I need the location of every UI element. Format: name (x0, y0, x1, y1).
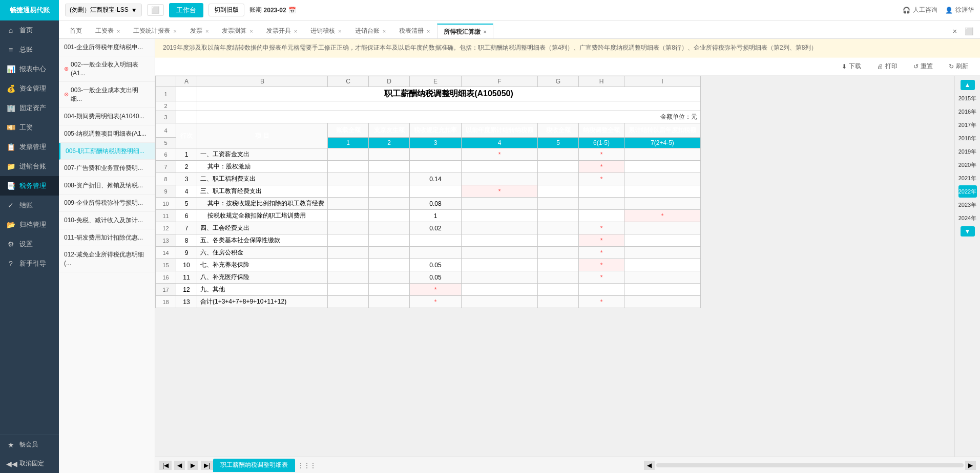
user-menu[interactable]: 👤 徐涯华 (945, 6, 974, 14)
company-selector[interactable]: (勿删）江西股宝-LSS ▼ (65, 4, 142, 16)
archive-icon: 📂 (6, 221, 15, 229)
tab-invoice-issue[interactable]: 发票开具 × (260, 23, 304, 38)
tab-close-invoice-issue[interactable]: × (294, 28, 297, 34)
list-item-005[interactable]: 005-纳税调整项目明细表(A1... (59, 125, 155, 143)
spreadsheet: A B C D E F G H I (155, 76, 701, 308)
support-link[interactable]: 🎧 人工咨询 (903, 6, 937, 14)
tab-close-sales-ledger[interactable]: × (383, 28, 386, 34)
year-2017[interactable]: 2017年 (958, 119, 977, 131)
list-item-012[interactable]: 012-减免企业所得税优惠明细(... (59, 246, 155, 272)
workbench-button[interactable]: 工作台 (169, 3, 203, 17)
tab-prev-button[interactable]: × (950, 26, 960, 36)
year-nav-up[interactable]: ▲ (961, 80, 975, 90)
sidebar-item-archive[interactable]: 📂 归档管理 (0, 215, 59, 234)
list-item-011[interactable]: 011-研发费用加计扣除优惠... (59, 229, 155, 247)
reset-icon: ↺ (913, 63, 919, 70)
calendar-icon[interactable]: 📅 (288, 7, 296, 14)
list-item-007[interactable]: 007-广告费和业务宣传费明... (59, 160, 155, 177)
sidebar-item-home[interactable]: ⌂ 首页 (0, 20, 59, 40)
tab-tax-book[interactable]: 税表清册 × (392, 23, 436, 38)
sheet-more-icon[interactable]: ⋮⋮⋮ (298, 462, 316, 469)
list-item-006[interactable]: 006-职工薪酬纳税调整明细... (59, 143, 155, 160)
guide-icon: ? (6, 260, 15, 268)
tab-fullscreen-button[interactable]: ⬜ (962, 26, 976, 36)
topbar-left: (勿删）江西股宝-LSS ▼ ⬜ 工作台 切到旧版 账期 2023-02 📅 (65, 3, 296, 17)
list-item-008[interactable]: 008-资产折旧、摊销及纳税... (59, 177, 155, 195)
tab-close-salary-report[interactable]: × (173, 28, 176, 34)
year-2019[interactable]: 2019年 (958, 145, 977, 158)
sheet-nav-last[interactable]: ▶| (201, 461, 213, 470)
tab-salary[interactable]: 工资表 × (89, 23, 127, 38)
row-num: 4 (156, 123, 176, 138)
list-item-010[interactable]: 010-免税、减计收入及加计... (59, 212, 155, 229)
tab-sales-ledger[interactable]: 进销台账 × (348, 23, 392, 38)
tab-invoice[interactable]: 发票 × (183, 23, 215, 38)
list-item-001[interactable]: 001-企业所得税年度纳税申... (59, 39, 155, 56)
year-nav-down[interactable]: ▼ (961, 226, 975, 236)
table-row: 16 11 八、补充医疗保险 0.05 * (156, 271, 701, 284)
error-icon: ⊗ (64, 65, 69, 73)
sidebar-item-invoice[interactable]: 📋 发票管理 (0, 137, 59, 157)
download-button[interactable]: ⬇ 下载 (838, 60, 865, 72)
year-2015[interactable]: 2015年 (958, 92, 977, 104)
table-scroll[interactable]: A B C D E F G H I (155, 76, 954, 457)
print-button[interactable]: 🖨 打印 (873, 60, 902, 72)
sidebar-item-label: 报表中心 (19, 64, 46, 74)
tab-close-tax-book[interactable]: × (427, 28, 430, 34)
tab-close-invoice[interactable]: × (205, 28, 208, 34)
right-panel: 2019年度涉及取以前年度结转数据的申报表单元格需要手工修正正确，才能保证本年及… (155, 39, 980, 473)
year-2022[interactable]: 2022年 (958, 185, 977, 198)
year-2021[interactable]: 2021年 (958, 172, 977, 184)
avatar-icon: 👤 (945, 7, 953, 14)
main-area: (勿删）江西股宝-LSS ▼ ⬜ 工作台 切到旧版 账期 2023-02 📅 🎧… (59, 0, 980, 473)
tab-invoice-calc[interactable]: 发票测算 × (215, 23, 259, 38)
sidebar-item-guide[interactable]: ? 新手引导 (0, 254, 59, 273)
sheet-nav-next[interactable]: ▶ (187, 461, 198, 470)
assets-icon: 🏢 (6, 104, 15, 112)
sheet-tab[interactable]: 职工薪酬纳税调整明细表 (213, 459, 295, 472)
sidebar-item-tax[interactable]: 📑 税务管理 (0, 176, 59, 196)
tab-salary-report[interactable]: 工资统计报表 × (127, 23, 183, 38)
sheet-nav-first[interactable]: |◀ (159, 461, 172, 470)
copy-icon[interactable]: ⬜ (147, 4, 164, 16)
tab-close-salary[interactable]: × (117, 28, 120, 34)
tab-close-sales-audit[interactable]: × (338, 28, 341, 34)
list-item-label: 006-职工薪酬纳税调整明细... (66, 147, 144, 156)
sidebar-item-reports[interactable]: 📊 报表中心 (0, 59, 59, 79)
list-item-004[interactable]: 004-期间费用明细表(A1040... (59, 108, 155, 125)
table-row: 6 1 一、工资薪金支出 * * (156, 148, 701, 161)
year-2016[interactable]: 2016年 (958, 105, 977, 118)
sidebar-item-settings[interactable]: ⚙ 设置 (0, 234, 59, 254)
year-2018[interactable]: 2018年 (958, 132, 977, 144)
scroll-left-button[interactable]: ◀ (644, 461, 655, 470)
tab-close-invoice-calc[interactable]: × (249, 28, 253, 34)
sidebar-item-member[interactable]: ★ 畅会员 (0, 435, 59, 454)
list-item-009[interactable]: 009-企业所得税弥补亏损明... (59, 195, 155, 212)
sidebar-item-finance[interactable]: 💰 资金管理 (0, 79, 59, 98)
year-2023[interactable]: 2023年 (958, 199, 977, 211)
tab-home[interactable]: 首页 (63, 23, 89, 38)
refresh-button[interactable]: ↻ 刷新 (945, 60, 972, 72)
sidebar-item-assets[interactable]: 🏢 固定资产 (0, 98, 59, 118)
scroll-right-button[interactable]: ▶ (965, 461, 976, 470)
sidebar-item-label: 工资 (19, 123, 33, 132)
sidebar-item-unpin[interactable]: ◀◀ 取消固定 (0, 454, 59, 473)
tab-income-tax[interactable]: 所得税汇算缴 × (437, 24, 493, 39)
year-2020[interactable]: 2020年 (958, 159, 977, 171)
back-button[interactable]: 切到旧版 (208, 4, 244, 16)
col-header-b: B (197, 76, 328, 87)
reset-button[interactable]: ↺ 重置 (909, 60, 937, 72)
list-item-002[interactable]: ⊗ 002-一般企业收入明细表(A1... (59, 56, 155, 82)
year-2024[interactable]: 2024年 (958, 212, 977, 224)
list-item-003[interactable]: ⊗ 003-一般企业成本支出明细... (59, 82, 155, 108)
sidebar-item-ledger[interactable]: ≡ 总账 (0, 40, 59, 59)
tab-close-income-tax[interactable]: × (484, 29, 487, 35)
horizontal-scrollbar[interactable] (656, 463, 964, 467)
app-logo: 畅捷通易代账 (0, 0, 59, 20)
sidebar-item-close[interactable]: ✓ 结账 (0, 196, 59, 215)
sheet-nav-prev[interactable]: ◀ (174, 461, 185, 470)
bottom-bar: |◀ ◀ ▶ ▶| 职工薪酬纳税调整明细表 ⋮⋮⋮ ◀ ▶ (155, 457, 980, 473)
sidebar-item-purchase-sales[interactable]: 📁 进销台账 (0, 157, 59, 176)
tab-sales-audit[interactable]: 进销稽核 × (304, 23, 348, 38)
sidebar-item-salary[interactable]: 💴 工资 (0, 118, 59, 137)
